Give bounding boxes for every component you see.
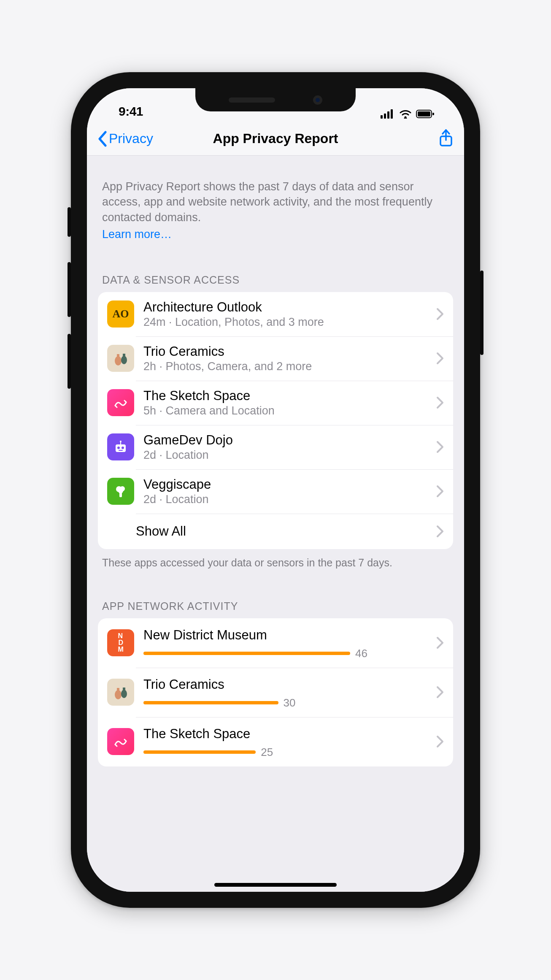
app-detail: 24m · Location, Photos, and 3 more: [143, 316, 427, 329]
app-icon: [107, 679, 134, 706]
notch: [195, 88, 356, 111]
show-all-button[interactable]: Show All: [98, 514, 453, 549]
app-icon: AO: [107, 300, 134, 328]
chevron-right-icon: [436, 441, 444, 453]
robot-icon: [112, 439, 129, 455]
screen: 9:41: [87, 88, 464, 892]
app-name: Architecture Outlook: [143, 300, 427, 315]
chevron-left-icon: [97, 131, 108, 147]
app-name: New District Museum: [143, 628, 427, 643]
app-row-the-sketch-space[interactable]: The Sketch Space 5h · Camera and Locatio…: [98, 381, 453, 425]
wifi-icon: [399, 109, 412, 119]
section-header-network: APP NETWORK ACTIVITY: [87, 577, 464, 618]
network-row-trio-ceramics[interactable]: Trio Ceramics 30: [98, 668, 453, 717]
domain-bar: 30: [143, 696, 427, 709]
svg-rect-13: [123, 354, 125, 357]
app-name: GameDev Dojo: [143, 433, 427, 448]
home-indicator[interactable]: [214, 883, 337, 887]
app-icon: [107, 345, 134, 372]
network-row-new-district-museum[interactable]: N D M New District Museum 46: [98, 618, 453, 668]
svg-rect-14: [116, 444, 126, 452]
app-row-architecture-outlook[interactable]: AO Architecture Outlook 24m · Location, …: [98, 292, 453, 336]
chevron-right-icon: [436, 636, 444, 649]
mute-switch: [68, 207, 71, 237]
section-header-data-sensor: DATA & SENSOR ACCESS: [87, 251, 464, 292]
ceramics-icon: [111, 349, 130, 368]
content-scroll[interactable]: App Privacy Report shows the past 7 days…: [87, 156, 464, 892]
app-icon: [107, 433, 134, 460]
svg-rect-6: [418, 111, 430, 116]
app-detail: 2d · Location: [143, 449, 427, 462]
chevron-right-icon: [436, 735, 444, 748]
app-row-gamedev-dojo[interactable]: GameDev Dojo 2d · Location: [98, 425, 453, 469]
svg-rect-7: [432, 113, 434, 115]
domain-count: 25: [261, 746, 273, 759]
domain-bar: 46: [143, 647, 427, 660]
section-footer-data-sensor: These apps accessed your data or sensors…: [87, 549, 464, 577]
intro-text: App Privacy Report shows the past 7 days…: [102, 180, 432, 224]
app-icon: [107, 389, 134, 416]
svg-rect-17: [119, 450, 123, 451]
app-detail: 2d · Location: [143, 493, 427, 506]
svg-rect-2: [387, 111, 389, 119]
chevron-right-icon: [436, 352, 444, 365]
chevron-right-icon: [436, 485, 444, 498]
domain-count: 30: [284, 696, 296, 709]
sketch-icon: [113, 395, 129, 411]
svg-rect-25: [117, 688, 119, 691]
learn-more-link[interactable]: Learn more…: [102, 227, 449, 242]
phone-frame: 9:41: [71, 72, 480, 908]
svg-rect-27: [123, 688, 125, 690]
volume-up-button: [68, 262, 71, 317]
intro-block: App Privacy Report shows the past 7 days…: [87, 156, 464, 251]
share-button[interactable]: [438, 129, 454, 149]
app-name: The Sketch Space: [143, 388, 427, 403]
app-icon: [107, 728, 134, 755]
svg-point-4: [405, 116, 407, 119]
front-camera: [313, 95, 322, 105]
app-row-trio-ceramics[interactable]: Trio Ceramics 2h · Photos, Camera, and 2…: [98, 336, 453, 381]
app-icon: N D M: [107, 629, 134, 656]
status-time: 9:41: [119, 104, 143, 119]
svg-point-19: [120, 441, 122, 442]
app-row-veggiscape[interactable]: Veggiscape 2d · Location: [98, 469, 453, 514]
speaker-grille: [229, 97, 275, 103]
app-name: Trio Ceramics: [143, 677, 427, 692]
status-icons: [381, 109, 435, 119]
show-all-label: Show All: [136, 524, 427, 539]
svg-rect-11: [117, 354, 119, 357]
svg-point-15: [117, 447, 120, 449]
app-detail: 2h · Photos, Camera, and 2 more: [143, 360, 427, 373]
chevron-right-icon: [436, 396, 444, 409]
chevron-right-icon: [436, 686, 444, 698]
svg-point-26: [121, 690, 127, 698]
power-button: [480, 271, 483, 355]
chevron-right-icon: [436, 525, 444, 538]
svg-rect-23: [119, 492, 122, 497]
bar-fill: [143, 701, 278, 704]
svg-point-10: [115, 356, 122, 365]
volume-down-button: [68, 334, 71, 389]
battery-icon: [416, 109, 435, 119]
app-name: Veggiscape: [143, 477, 427, 492]
svg-point-24: [115, 690, 122, 699]
chevron-right-icon: [436, 308, 444, 320]
share-icon: [438, 129, 454, 147]
sketch-icon: [113, 734, 129, 750]
cellular-icon: [381, 109, 395, 119]
app-name: The Sketch Space: [143, 726, 427, 742]
network-card: N D M New District Museum 46: [98, 618, 453, 766]
svg-point-12: [121, 356, 127, 364]
app-detail: 5h · Camera and Location: [143, 404, 427, 417]
nav-bar: Privacy App Privacy Report: [87, 122, 464, 156]
svg-rect-1: [384, 114, 386, 119]
domain-count: 46: [355, 647, 367, 660]
svg-rect-3: [391, 109, 393, 119]
back-button[interactable]: Privacy: [97, 131, 153, 147]
domain-bar: 25: [143, 746, 427, 759]
broccoli-icon: [113, 484, 128, 499]
app-icon: [107, 478, 134, 505]
back-label: Privacy: [109, 131, 153, 146]
data-sensor-card: AO Architecture Outlook 24m · Location, …: [98, 292, 453, 549]
network-row-the-sketch-space[interactable]: The Sketch Space 25: [98, 717, 453, 766]
